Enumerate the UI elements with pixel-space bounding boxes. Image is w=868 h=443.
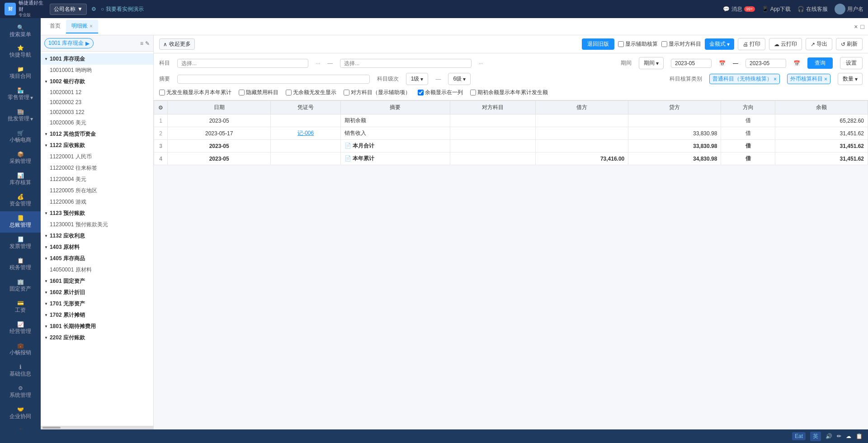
check3-label[interactable]: 无余额无发生显示 — [286, 89, 336, 96]
list-icon[interactable]: ≡ — [140, 40, 143, 47]
check6-input[interactable] — [470, 90, 476, 95]
lang-btn[interactable]: 英 — [810, 432, 821, 441]
subject-item[interactable]: ▼1405 库存商品 — [41, 253, 153, 264]
end-date-input[interactable] — [745, 59, 786, 68]
settings-btn[interactable]: 设置 — [840, 57, 863, 69]
tab-close-all-icon[interactable]: × — [854, 23, 858, 30]
subject-item[interactable]: 11220002 往来标签 — [41, 162, 153, 174]
period-mode-selector[interactable]: 期间 ▾ — [639, 57, 664, 69]
foreign-subject-tag[interactable]: 外币核算科目 × — [787, 74, 830, 84]
sidebar-item-payroll[interactable]: 💳 工资 — [0, 296, 41, 318]
table-row[interactable]: 3 2023-05 📄本月合计 33,830.98 借 31,451.62 — [154, 140, 868, 152]
table-row[interactable]: 1 2023-05 期初余额 借 65,282.60 — [154, 114, 868, 127]
check2-label[interactable]: 隐藏禁用科目 — [239, 89, 278, 96]
tab-detail[interactable]: 明细账 × — [66, 19, 98, 33]
check1-input[interactable] — [159, 90, 165, 95]
start-date-input[interactable] — [671, 59, 712, 68]
table-row[interactable]: 4 2023-05 📄本年累计 73,416.00 34,830.98 借 31… — [154, 152, 868, 165]
subject-item[interactable]: ▼1132 应收利息 — [41, 230, 153, 242]
subject-item[interactable]: 10020003 122 — [41, 107, 153, 117]
sidebar-item-general-ledger[interactable]: 📒 总账管理 — [0, 211, 41, 233]
sidebar-item-wholesale[interactable]: 🏬 批发管理 ▾ — [0, 105, 41, 126]
back-old-version-btn[interactable]: 退回旧版 — [582, 38, 614, 50]
check5-label[interactable]: 余额显示在一列 — [418, 89, 463, 96]
level-from-selector[interactable]: 1级 ▾ — [406, 73, 429, 85]
sidebar-item-guide[interactable]: 🎓 新手引导 — [0, 424, 41, 429]
sidebar-item-purchase[interactable]: 📦 采购管理 — [0, 148, 41, 169]
quantity-selector[interactable]: 数量 ▾ — [838, 73, 863, 85]
clipboard-icon[interactable]: 📋 — [856, 433, 863, 439]
demo-link[interactable]: ○ 我要看实例演示 — [101, 5, 144, 13]
show-opposite-checkbox[interactable]: 显示对方科目 — [661, 40, 701, 48]
volume-icon[interactable]: 🔊 — [826, 433, 832, 439]
subject-item[interactable]: ▼1602 累计折旧 — [41, 287, 153, 298]
sidebar-item-enterprise[interactable]: 🤝 企业协同 — [0, 403, 41, 424]
table-row[interactable]: 2 2023-05-17 记-006 销售收入 33,830.98 借 31,4… — [154, 127, 868, 140]
sidebar-item-quick-nav[interactable]: ⭐ 快捷导航 — [0, 41, 41, 62]
amount-format-dropdown[interactable]: 金额式 ▾ — [705, 38, 734, 50]
subject-item[interactable]: ▼1012 其他货币资金 — [41, 129, 153, 140]
normal-subject-close-icon[interactable]: × — [774, 76, 777, 82]
subject-item[interactable]: 10020002 23 — [41, 97, 153, 107]
pencil-icon[interactable]: ✏ — [837, 433, 841, 439]
level-to-selector[interactable]: 6级 ▾ — [448, 73, 471, 85]
subject-item[interactable]: ▼1403 原材料 — [41, 242, 153, 253]
check4-label[interactable]: 对方科目（显示辅助项） — [344, 89, 410, 96]
summary-input[interactable] — [177, 75, 370, 84]
subject-item[interactable]: 10010001 哟哟哟 — [41, 65, 153, 76]
sidebar-item-system[interactable]: ⚙ 系统管理 — [0, 381, 41, 403]
subject-item[interactable]: 11220006 游戏 — [41, 196, 153, 208]
subject-item[interactable]: 10020001 12 — [41, 87, 153, 97]
subject-item[interactable]: ▼1123 预付账款 — [41, 208, 153, 219]
check5-input[interactable] — [418, 90, 424, 95]
gear-icon[interactable]: ⚙ — [91, 6, 96, 12]
edit-icon[interactable]: ✎ — [145, 40, 150, 47]
subject-item[interactable]: 11230001 预付账款美元 — [41, 219, 153, 230]
subject-item[interactable]: ▼1601 固定资产 — [41, 276, 153, 287]
online-service-btn[interactable]: 🎧 在线客服 — [797, 5, 828, 13]
app-download-btn[interactable]: 📱 App下载 — [762, 5, 791, 13]
print-btn[interactable]: 🖨 打印 — [738, 38, 765, 50]
voucher-link[interactable]: 记-006 — [297, 130, 314, 136]
row-voucher[interactable]: 记-006 — [271, 127, 341, 140]
user-avatar-btn[interactable]: 用户名 — [835, 4, 863, 14]
subject-item[interactable]: ▼1702 累计摊销 — [41, 310, 153, 321]
subject-input[interactable] — [177, 59, 308, 68]
message-btn[interactable]: 💬 消息 99+ — [723, 5, 755, 13]
foreign-subject-close-icon[interactable]: × — [824, 76, 827, 82]
show-opposite-input[interactable] — [661, 41, 667, 47]
export-btn[interactable]: ↗ 导出 — [806, 38, 832, 50]
sidebar-item-search[interactable]: 🔍 搜索菜单 — [9, 22, 31, 41]
sidebar-item-basic-info[interactable]: ℹ 基础信息 — [0, 360, 41, 381]
show-aux-input[interactable] — [618, 41, 624, 47]
sidebar-item-retail[interactable]: 🏪 零售管理 ▾ — [0, 84, 41, 105]
sidebar-item-tax[interactable]: 📋 税务管理 — [0, 254, 41, 275]
tab-close-icon[interactable]: × — [90, 23, 93, 29]
company-selector[interactable]: 公司名称 ▼ — [50, 4, 87, 15]
show-aux-checkbox[interactable]: 显示辅助核算 — [618, 40, 658, 48]
subject-item[interactable]: 11220005 所在地区 — [41, 185, 153, 196]
tab-expand-icon[interactable]: □ — [861, 23, 864, 30]
subject-item[interactable]: 10020006 美元 — [41, 117, 153, 129]
check4-input[interactable] — [344, 90, 349, 95]
subject-item[interactable]: 11220004 美元 — [41, 174, 153, 185]
normal-subject-tag[interactable]: 普通科目（无特殊核算） × — [709, 74, 780, 84]
sidebar-item-capital[interactable]: 💰 资金管理 — [0, 190, 41, 211]
account-tag-arrow[interactable]: ▶ — [85, 40, 90, 47]
check1-label[interactable]: 无发生额显示本月本年累计 — [159, 89, 231, 96]
check6-label[interactable]: 期初余额显示本年累计发生额 — [470, 89, 548, 96]
subject-item[interactable]: ▼1801 长期待摊费用 — [41, 321, 153, 332]
sidebar-item-business[interactable]: 📈 经营管理 — [0, 318, 41, 339]
sidebar-item-fixed-assets[interactable]: 🏢 固定资产 — [0, 275, 41, 296]
check3-input[interactable] — [286, 90, 292, 95]
cloud-icon[interactable]: ☁ — [846, 433, 851, 439]
account-tag[interactable]: 1001 库存现金 ▶ — [44, 38, 94, 48]
subject-item[interactable]: ▼1122 应收账款 — [41, 140, 153, 151]
sidebar-item-inventory[interactable]: 📊 库存核算 — [0, 169, 41, 190]
check2-input[interactable] — [239, 90, 245, 95]
eat-btn[interactable]: Eat — [792, 432, 806, 440]
subject-input-2[interactable] — [340, 59, 471, 68]
sidebar-item-project-contract[interactable]: 📁 项目合同 — [0, 62, 41, 84]
subject-item[interactable]: ▼1701 无形资产 — [41, 298, 153, 310]
subject-item[interactable]: 14050001 原材料 — [41, 264, 153, 276]
